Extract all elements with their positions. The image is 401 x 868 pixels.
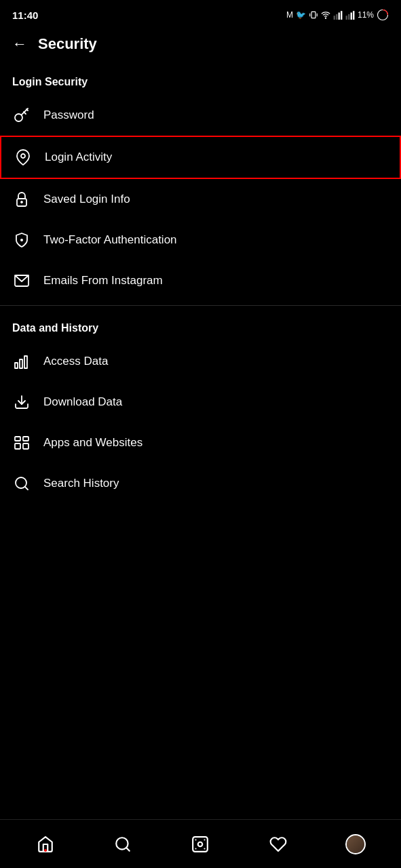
svg-point-3 — [325, 18, 326, 18]
svg-rect-21 — [24, 356, 27, 368]
search-nav-icon — [114, 835, 132, 853]
apps-icon — [12, 433, 31, 452]
svg-rect-7 — [341, 11, 342, 20]
apps-websites-label: Apps and Websites — [43, 436, 142, 450]
status-time: 11:40 — [12, 9, 38, 21]
svg-point-14 — [21, 154, 25, 158]
svg-point-35 — [195, 848, 197, 849]
section-divider — [0, 305, 401, 306]
two-factor-label: Two-Factor Authentication — [43, 233, 177, 247]
svg-rect-31 — [193, 837, 208, 852]
svg-rect-6 — [339, 13, 340, 20]
location-icon — [14, 148, 33, 167]
saved-login-info-label: Saved Login Info — [43, 193, 130, 206]
access-data-label: Access Data — [43, 355, 108, 368]
back-button[interactable]: ← — [12, 35, 27, 53]
login-security-label: Login Security — [0, 64, 401, 95]
gmail-icon: M — [286, 10, 293, 20]
login-activity-label: Login Activity — [45, 151, 112, 164]
svg-rect-23 — [15, 437, 20, 441]
svg-rect-9 — [348, 14, 349, 20]
nav-reels[interactable] — [180, 827, 221, 861]
svg-rect-19 — [15, 363, 18, 368]
svg-point-32 — [198, 842, 203, 846]
reels-icon — [191, 835, 209, 853]
search-history-label: Search History — [43, 477, 119, 490]
svg-rect-10 — [351, 13, 352, 20]
avatar-image — [347, 835, 364, 853]
svg-point-36 — [204, 848, 206, 849]
emails-label: Emails From Instagram — [43, 274, 163, 288]
svg-point-17 — [20, 239, 23, 241]
svg-rect-5 — [336, 14, 337, 20]
nav-profile[interactable] — [335, 827, 376, 861]
svg-rect-24 — [23, 437, 28, 441]
signal-icon-2 — [345, 10, 355, 20]
download-icon — [12, 393, 31, 412]
apps-websites-item[interactable]: Apps and Websites — [0, 422, 401, 463]
key-icon — [12, 106, 31, 125]
svg-point-33 — [195, 839, 197, 840]
password-label: Password — [43, 108, 94, 122]
two-factor-item[interactable]: Two-Factor Authentication — [0, 220, 401, 260]
saved-login-info-item[interactable]: Saved Login Info — [0, 179, 401, 220]
svg-rect-8 — [346, 16, 347, 20]
bottom-nav — [0, 819, 401, 868]
login-security-section: Login Security Password Login Activity — [0, 64, 401, 301]
download-data-item[interactable]: Download Data — [0, 382, 401, 422]
wifi-icon — [321, 10, 330, 20]
status-icons: M 🐦 11% — [286, 9, 389, 21]
svg-rect-25 — [15, 443, 20, 449]
data-history-label: Data and History — [0, 310, 401, 341]
profile-avatar — [345, 834, 366, 854]
data-history-section: Data and History Access Data Download Da… — [0, 310, 401, 504]
svg-rect-4 — [334, 16, 335, 20]
svg-point-16 — [21, 201, 22, 203]
page-title: Security — [38, 35, 97, 53]
page-header: ← Security — [0, 27, 401, 64]
svg-point-34 — [204, 839, 206, 840]
signal-icon-1 — [333, 10, 343, 20]
nav-search[interactable] — [102, 827, 143, 861]
battery-text: 11% — [358, 10, 374, 20]
svg-line-30 — [126, 848, 130, 851]
search-icon — [12, 474, 31, 493]
battery-icon — [377, 9, 389, 21]
svg-rect-0 — [311, 12, 316, 18]
lock-icon — [12, 190, 31, 209]
search-history-item[interactable]: Search History — [0, 463, 401, 504]
home-dot — [44, 849, 47, 852]
access-data-item[interactable]: Access Data — [0, 341, 401, 382]
download-data-label: Download Data — [43, 395, 122, 409]
twitter-icon: 🐦 — [296, 10, 306, 20]
svg-rect-20 — [20, 359, 22, 368]
svg-rect-11 — [353, 11, 354, 20]
shield-icon — [12, 231, 31, 250]
status-bar: 11:40 M 🐦 11% — [0, 0, 401, 27]
nav-home[interactable] — [25, 827, 66, 861]
nav-activity[interactable] — [258, 827, 299, 861]
vibrate-icon — [309, 10, 318, 20]
svg-rect-26 — [23, 443, 28, 449]
svg-line-28 — [25, 487, 28, 490]
mail-icon — [12, 271, 31, 290]
password-item[interactable]: Password — [0, 95, 401, 136]
heart-icon — [269, 835, 287, 853]
login-activity-item[interactable]: Login Activity — [0, 136, 401, 179]
bar-chart-icon — [12, 352, 31, 371]
emails-item[interactable]: Emails From Instagram — [0, 260, 401, 301]
